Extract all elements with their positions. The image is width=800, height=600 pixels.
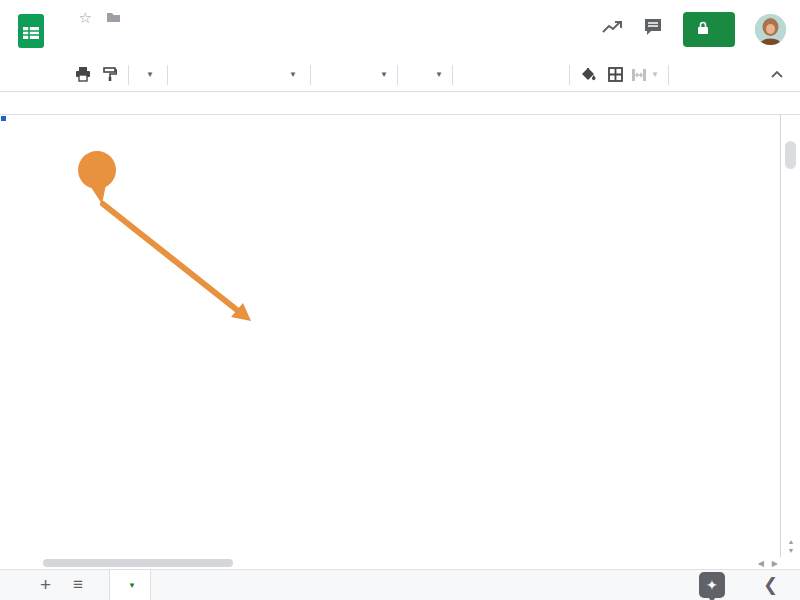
show-side-panel-icon[interactable]: ❮: [763, 574, 778, 596]
star-icon[interactable]: ☆: [78, 9, 91, 26]
scroll-down-icon[interactable]: ▼: [788, 547, 795, 554]
chevron-down-icon: ▼: [128, 581, 136, 590]
chevron-down-icon: ▼: [146, 70, 154, 79]
zoom-select[interactable]: ▼: [135, 62, 161, 88]
sheets-logo-icon[interactable]: [17, 13, 45, 53]
fill-handle[interactable]: [0, 115, 7, 122]
vertical-scrollbar-thumb[interactable]: [785, 141, 796, 169]
lock-icon: [697, 21, 709, 38]
redo-button[interactable]: [44, 62, 70, 88]
print-button[interactable]: [70, 62, 96, 88]
comment-icon[interactable]: [643, 17, 663, 41]
chevron-down-icon: ▼: [651, 70, 659, 79]
decrease-decimal-button[interactable]: [226, 62, 252, 88]
header-bar: ☆: [0, 0, 800, 58]
bold-button[interactable]: [459, 62, 485, 88]
format-percent-button[interactable]: [200, 62, 226, 88]
font-select[interactable]: ▼: [317, 62, 391, 88]
sheet-tab-sheet1[interactable]: ▼: [109, 570, 151, 600]
chevron-down-icon: ▼: [435, 70, 443, 79]
horizontal-scrollbar[interactable]: ◀▶: [0, 557, 800, 569]
paint-format-button[interactable]: [96, 62, 122, 88]
google-sheets-window: ☆: [0, 0, 800, 600]
scroll-up-icon[interactable]: ▲: [788, 538, 795, 545]
fill-color-button[interactable]: [576, 62, 602, 88]
chevron-down-icon: ▼: [289, 70, 297, 79]
formula-bar[interactable]: [0, 92, 800, 115]
undo-button[interactable]: [18, 62, 44, 88]
format-currency-button[interactable]: [174, 62, 200, 88]
explore-icon[interactable]: ✦: [699, 572, 725, 598]
merge-cells-button[interactable]: ▼: [628, 62, 662, 88]
add-sheet-button[interactable]: +: [40, 574, 51, 596]
spreadsheet-grid: ▲▼: [0, 115, 800, 557]
sheet-bar: + ≡ ▼ ✦ ❮: [0, 569, 800, 600]
hide-menus-button[interactable]: [764, 62, 790, 88]
borders-button[interactable]: [602, 62, 628, 88]
horizontal-scrollbar-thumb[interactable]: [43, 559, 233, 567]
account-avatar[interactable]: [755, 14, 786, 45]
scroll-right-icon[interactable]: ▶: [772, 559, 786, 568]
number-format-button[interactable]: ▼: [278, 62, 304, 88]
font-size-select[interactable]: ▼: [404, 62, 446, 88]
vertical-scrollbar[interactable]: ▲▼: [780, 115, 800, 557]
more-toolbar-button[interactable]: [675, 62, 701, 88]
italic-button[interactable]: [485, 62, 511, 88]
all-sheets-button[interactable]: ≡: [73, 575, 83, 595]
toolbar: ▼ ▼ ▼ ▼ ▼: [0, 58, 800, 92]
text-color-button[interactable]: [537, 62, 563, 88]
increase-decimal-button[interactable]: [252, 62, 278, 88]
chevron-down-icon: ▼: [380, 70, 388, 79]
strikethrough-button[interactable]: [511, 62, 537, 88]
share-button[interactable]: [683, 12, 735, 47]
stats-icon[interactable]: [601, 19, 623, 39]
folder-icon[interactable]: [106, 9, 121, 26]
scroll-left-icon[interactable]: ◀: [758, 559, 772, 568]
grid-cells: [0, 115, 780, 557]
